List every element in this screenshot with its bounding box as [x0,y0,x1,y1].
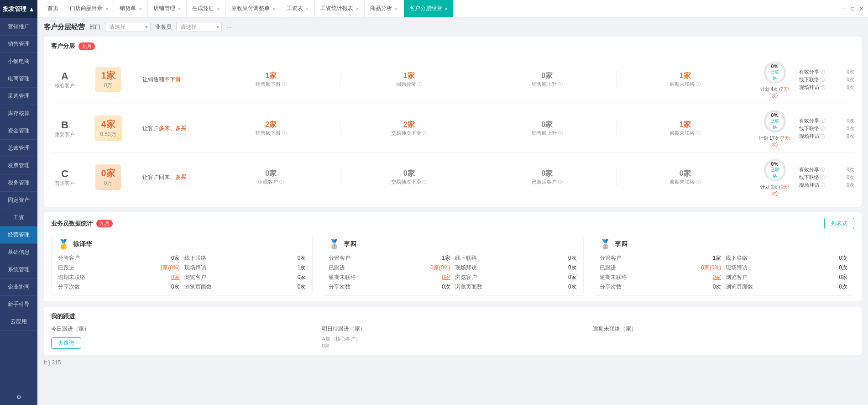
rs-label: 线下联络 ⓘ [799,174,825,181]
tab-close-生成凭证[interactable]: × [217,6,220,11]
info-icon[interactable]: ⓘ [821,175,825,180]
main-area: 首页门店商品目录×销货单×店铺管理×生成凭证×应收应付调整单×工资表×工资统计报… [37,0,868,405]
sidebar-item-资金管理[interactable]: 资金管理 [0,122,37,140]
sidebar-item-云应用[interactable]: 云应用 [0,313,37,331]
tab-首页[interactable]: 首页 [42,0,64,17]
sidebar-item-经营管理[interactable]: 经营管理 [0,226,37,244]
info-icon[interactable]: ⓘ [558,130,563,137]
stat-label: 销售额下滑 ⓘ [256,81,287,88]
tab-应收应付调整单[interactable]: 应收应付调整单× [226,0,281,17]
tab-工资统计报表[interactable]: 工资统计报表× [315,0,365,17]
staff-data-row: 分享次数0次 [329,283,450,291]
tab-生成凭证[interactable]: 生成凭证× [187,0,225,17]
tab-商品分析[interactable]: 商品分析× [365,0,403,17]
info-icon[interactable]: ⓘ [821,134,825,139]
stat-num: 0家 [541,169,553,179]
sidebar-item-发票管理[interactable]: 发票管理 [0,157,37,174]
staff-data-row: 分管客户0家 [58,254,180,262]
info-icon[interactable]: ⓘ [821,126,825,131]
info-icon[interactable]: ⓘ [696,81,701,88]
info-icon[interactable]: ⓘ [423,130,427,137]
staff-val[interactable]: 0家 [442,274,450,281]
staff-val: 1家 [713,254,722,262]
sidebar-item-税务管理[interactable]: 税务管理 [0,174,37,192]
staff-val: 0次 [298,254,306,262]
sidebar-collapse-icon[interactable]: ▲ [28,5,35,13]
sidebar-item-基础信息[interactable]: 基础信息 [0,244,37,261]
sidebar-item-小畅电商[interactable]: 小畅电商 [0,53,37,70]
staff-val[interactable]: 0家(0%) [430,264,450,272]
tier-count-A: 1家0万 [78,67,138,92]
sidebar-item-库存核算[interactable]: 库存核算 [0,105,37,122]
tab-close-工资表[interactable]: × [306,6,309,11]
staff-grid-0: 分管客户0家线下联络0次已跟进1家(0%)现场拜访1次逾期未联络0家浏览客户0家… [58,254,306,291]
staff-val[interactable]: 0家 [171,274,180,281]
right-stat-row: 有效分享 ⓘ0次 [799,117,854,124]
info-icon[interactable]: ⓘ [558,81,563,88]
info-icon[interactable]: ⓘ [821,85,825,90]
window-maximize[interactable]: □ [851,5,854,12]
info-icon[interactable]: ⓘ [821,167,825,172]
sidebar-item-新手引导[interactable]: 新手引导 [0,296,37,313]
sidebar-item-系统管理[interactable]: 系统管理 [0,261,37,279]
window-close[interactable]: ✕ [859,5,863,12]
tab-close-商品分析[interactable]: × [395,6,397,11]
dept-select-wrap: 请选择 [105,22,151,32]
tab-销货单[interactable]: 销货单× [114,0,147,17]
staff-val[interactable]: 1家(0%) [160,264,180,272]
sidebar-settings[interactable]: ⚙ [0,389,37,405]
info-icon[interactable]: ⓘ [821,183,825,188]
info-icon[interactable]: ⓘ [696,130,701,137]
sidebar-item-企业协同[interactable]: 企业协同 [0,279,37,296]
info-icon[interactable]: ⓘ [418,81,422,88]
circle-plan: 计划 0次 (0天/次) [758,184,791,197]
tab-close-客户分层经营[interactable]: × [445,6,448,11]
tab-close-工资统计报表[interactable]: × [356,6,359,11]
sidebar-item-采购管理[interactable]: 采购管理 [0,88,37,105]
info-icon[interactable]: ⓘ [821,77,825,82]
info-icon[interactable]: ⓘ [821,69,825,74]
stat-label: 已激活客户 ⓘ [532,179,563,185]
info-icon[interactable]: ⓘ [821,118,825,123]
window-minimize[interactable]: — [841,5,847,12]
dept-select[interactable]: 请选择 [105,22,151,32]
staff-name-1: 李四 [344,240,356,248]
rs-val: 0次 [847,84,854,91]
info-icon[interactable]: ⓘ [696,179,701,185]
go-follow-btn[interactable]: 去跟进 [51,337,81,349]
more-options[interactable]: ··· [226,23,232,31]
tab-工资表[interactable]: 工资表× [281,0,314,17]
tab-门店商品目录[interactable]: 门店商品目录× [64,0,114,17]
staff-select[interactable]: 请选择 [176,22,222,32]
rs-val: 0次 [847,166,854,173]
tier-suggestion-C: 让客户回来、多买 [138,174,202,181]
staff-key: 逾期未联络 [600,274,627,281]
sidebar-item-销售管理[interactable]: 销售管理 [0,36,37,53]
info-icon[interactable]: ⓘ [279,179,284,185]
tab-close-销货单[interactable]: × [139,6,141,11]
list-view-btn[interactable]: 列表式 [824,218,854,229]
staff-data-row: 浏览客户0家 [455,274,577,281]
info-icon[interactable]: ⓘ [558,179,563,185]
staff-data-row: 浏览页面数0次 [455,283,577,291]
tab-close-门店商品目录[interactable]: × [105,6,108,11]
follow-header: 我的跟进 [51,312,854,321]
staff-medal-1: 🥈 [329,239,340,250]
stat-item: 2家交易频次下滑 ⓘ [340,120,478,137]
info-icon[interactable]: ⓘ [282,130,287,137]
sidebar-item-营销推广[interactable]: 营销推广 [0,18,37,36]
sidebar-item-总账管理[interactable]: 总账管理 [0,140,37,157]
tab-close-店铺管理[interactable]: × [178,6,181,11]
staff-val[interactable]: 0家(0%) [701,264,721,272]
staff-val[interactable]: 0家 [713,274,722,281]
tab-客户分层经营[interactable]: 客户分层经营× [404,0,454,17]
tab-close-应收应付调整单[interactable]: × [272,6,275,11]
sidebar-item-固定资产[interactable]: 固定资产 [0,192,37,209]
info-icon[interactable]: ⓘ [282,81,287,88]
tab-店铺管理[interactable]: 店铺管理× [148,0,187,17]
info-icon[interactable]: ⓘ [423,179,427,185]
staff-key: 分享次数 [329,283,350,291]
sidebar-item-工资[interactable]: 工资 [0,209,37,226]
tier-letter-B: B [51,119,78,131]
sidebar-item-电商管理[interactable]: 电商管理 [0,70,37,88]
